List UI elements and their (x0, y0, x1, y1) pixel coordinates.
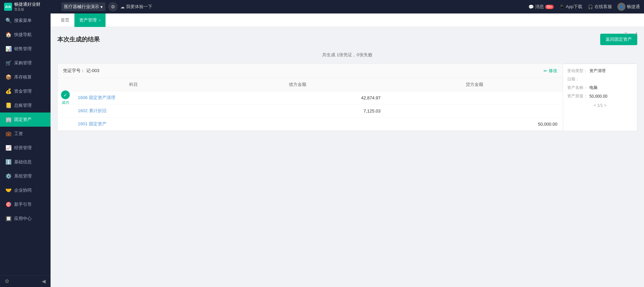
sidebar-item-enterprise[interactable]: 🤝 企业协同 (0, 183, 51, 197)
book-icon: 📒 (5, 102, 11, 108)
sidebar-item-inventory[interactable]: 📦 库存核算 (0, 70, 51, 84)
grid-icon: 🔲 (5, 216, 11, 222)
home-icon: 🏠 (5, 32, 11, 38)
username: 畅捷通 (627, 4, 640, 10)
sidebar-item-salary[interactable]: 💼 工资 (0, 127, 51, 141)
message-item[interactable]: 💬 消息 99 (528, 4, 554, 10)
settings-icon[interactable]: ⚙ (108, 2, 118, 11)
sidebar-item-label: 库存核算 (14, 74, 32, 80)
page-title: 本次生成的结果 (57, 35, 100, 43)
main-layout: 🔍 搜索菜单 🏠 快捷导航 📊 销售管理 🛒 采购管理 📦 库存核算 💰 资金管… (0, 13, 644, 287)
sidebar-item-purchase[interactable]: 🛒 采购管理 (0, 56, 51, 70)
col-subject: 科目 (58, 78, 209, 91)
sidebar-item-finance[interactable]: 💰 资金管理 (0, 84, 51, 98)
sidebar-item-basic-info[interactable]: ℹ️ 基础信息 (0, 155, 51, 169)
edit-button[interactable]: ✏ 修改 (544, 68, 557, 74)
message-icon: 💬 (528, 4, 534, 9)
sidebar-item-search[interactable]: 🔍 搜索菜单 (0, 13, 51, 28)
sidebar-item-fixed-assets[interactable]: 🏢 固定资产 (0, 113, 51, 127)
content-area: 首页 资产管理 × × ⤢ 本次生成的结果 返回固定资产 共生成 1张凭证，0张… (51, 13, 644, 287)
voucher-no-label: 凭证字号： (63, 68, 85, 73)
sidebar-item-sales[interactable]: 📊 销售管理 (0, 42, 51, 56)
sidebar-item-guide[interactable]: 🎯 新手引导 (0, 197, 51, 212)
edit-label: 修改 (549, 68, 557, 74)
building-icon: 🏢 (5, 117, 11, 123)
voucher-no: 凭证字号： 记-003 (63, 68, 99, 74)
logo-area: AtA 畅捷通好业财 普及版 (4, 2, 55, 12)
success-label: 成功 (62, 100, 69, 105)
sidebar-item-label: 新手引导 (14, 201, 32, 208)
voucher-main: 凭证字号： 记-003 ✏ 修改 科目 借方金额 (58, 64, 563, 131)
app-download-item[interactable]: 📱 App下载 (559, 4, 582, 10)
col-debit: 借方金额 (209, 78, 386, 91)
tab-asset-mgmt[interactable]: 资产管理 × (74, 13, 106, 27)
sidebar-item-label: 应用中心 (14, 216, 32, 222)
sidebar-item-label: 固定资产 (14, 117, 32, 123)
company-name: 医疗器械行业演示 (64, 4, 99, 10)
chevron-down-icon: ▾ (100, 4, 103, 9)
sidebar-item-label: 企业协同 (14, 187, 32, 193)
pagination[interactable]: < 1/1 > (567, 103, 633, 108)
voucher-table: 科目 借方金额 贷方金额 ✓ 成功 1606 固定资产清理 42 (58, 78, 563, 131)
briefcase-icon: 💼 (5, 131, 11, 137)
voucher-no-value: 记-003 (86, 68, 99, 73)
sidebar-item-label: 搜索菜单 (14, 18, 32, 24)
sidebar-item-label: 基础信息 (14, 159, 32, 165)
tab-home[interactable]: 首页 (56, 13, 74, 27)
sidebar-item-apps[interactable]: 🔲 应用中心 (0, 212, 51, 226)
nav-bar: 医疗器械行业演示 ▾ ⚙ ☁ 我要体验一下 (55, 2, 528, 11)
table-header-row: 科目 借方金额 贷方金额 (58, 78, 563, 91)
close-window-button[interactable]: × (622, 30, 629, 37)
voucher-header: 凭证字号： 记-003 ✏ 修改 (58, 64, 563, 78)
company-selector[interactable]: 医疗器械行业演示 ▾ (61, 2, 105, 11)
collapse-icon[interactable]: ◀ (42, 278, 46, 284)
cloud-icon: ☁ (120, 4, 125, 9)
asset-name-label: 资产名称： (567, 85, 587, 91)
asset-name-row: 资产名称： 电脑 (567, 85, 633, 91)
phone-icon: 📱 (559, 4, 564, 9)
sidebar-item-quick-nav[interactable]: 🏠 快捷导航 (0, 28, 51, 42)
sidebar-item-label: 工资 (14, 131, 23, 137)
table-row: ✓ 成功 1606 固定资产清理 42,874.97 (58, 91, 563, 104)
table-body: ✓ 成功 1606 固定资产清理 42,874.97 1602 累计折旧 7,1… (58, 91, 563, 131)
tab-close-icon[interactable]: × (99, 18, 101, 22)
voucher-wrapper: 凭证字号： 记-003 ✏ 修改 科目 借方金额 (57, 63, 637, 131)
search-icon: 🔍 (5, 18, 11, 24)
top-header: AtA 畅捷通好业财 普及版 医疗器械行业演示 ▾ ⚙ ☁ 我要体验一下 💬 消… (0, 0, 644, 13)
customer-service-item[interactable]: 🎧 在线客服 (588, 4, 612, 10)
subject-value[interactable]: 1601 固定资产 (78, 121, 106, 126)
subject-value[interactable]: 1606 固定资产清理 (78, 95, 115, 100)
tab-bar: 首页 资产管理 × (51, 13, 644, 27)
sidebar-item-label: 总账管理 (14, 102, 32, 108)
user-item[interactable]: 👤 畅捷通 (617, 3, 640, 11)
debit-cell: 42,874.97 (209, 91, 386, 104)
app-download-label: App下载 (566, 4, 582, 10)
sidebar-item-label: 资金管理 (14, 88, 32, 94)
sidebar-item-operations[interactable]: 📈 经营管理 (0, 141, 51, 155)
message-label: 消息 (535, 4, 544, 10)
expand-window-button[interactable]: ⤢ (632, 30, 639, 37)
settings-bottom-icon[interactable]: ⚙ (5, 278, 9, 284)
date-row: 日期： (567, 76, 633, 82)
change-type-label: 变动类型： (567, 68, 587, 74)
gear-icon: ⚙️ (5, 173, 11, 179)
subject-value[interactable]: 1602 累计折旧 (78, 108, 106, 113)
headset-icon: 🎧 (588, 4, 593, 9)
subject-cell: 1601 固定资产 (58, 118, 209, 131)
credit-cell (386, 91, 563, 104)
target-icon: 🎯 (5, 201, 11, 208)
cart-icon: 🛒 (5, 60, 11, 66)
handshake-icon: 🤝 (5, 187, 11, 193)
sidebar-item-label: 采购管理 (14, 60, 32, 66)
subject-cell: 1602 累计折旧 (58, 104, 209, 118)
chart-icon: 📊 (5, 46, 11, 52)
sidebar-item-label: 销售管理 (14, 46, 32, 52)
experience-button[interactable]: ☁ 我要体验一下 (120, 4, 152, 10)
sidebar-item-ledger[interactable]: 📒 总账管理 (0, 98, 51, 113)
original-value-row: 资产原值： 50,000.00 (567, 93, 633, 99)
sidebar-item-system[interactable]: ⚙️ 系统管理 (0, 169, 51, 183)
table-row: 1601 固定资产 50,000.00 (58, 118, 563, 131)
credit-cell: 50,000.00 (386, 118, 563, 131)
result-summary: 共生成 1张凭证，0张失败 (57, 52, 637, 58)
original-value-value: 50,000.00 (589, 94, 607, 99)
